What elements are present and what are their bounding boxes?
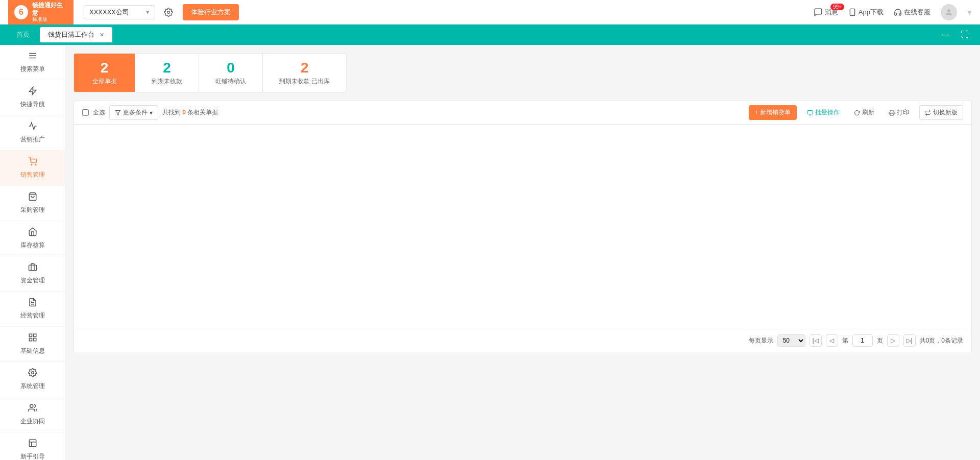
- table-empty: [74, 125, 971, 329]
- tab-home[interactable]: 首页: [8, 27, 38, 42]
- marketing-icon: [28, 122, 37, 133]
- basic-info-icon: [28, 333, 37, 345]
- filter-chevron-icon: ▾: [150, 109, 153, 116]
- app-download-btn[interactable]: App下载: [848, 8, 884, 17]
- sidebar-label-enterprise: 企业协同: [20, 417, 45, 426]
- nav-tabs-right: — ⛶: [939, 28, 972, 42]
- search-menu-icon: [28, 51, 37, 63]
- stats-tab-overdue-shipped[interactable]: 2 到期未收款 已出库: [263, 54, 346, 92]
- select-all-label: 全选: [93, 108, 105, 117]
- stats-label-overdue-shipped: 到期未收款 已出库: [279, 77, 330, 86]
- sidebar-label-quick-nav: 快捷导航: [20, 100, 45, 109]
- sidebar-label-purchase: 采购管理: [20, 206, 45, 214]
- tab-close-icon[interactable]: ✕: [100, 32, 104, 38]
- sidebar-item-enterprise[interactable]: 企业协同: [0, 397, 65, 432]
- svg-rect-14: [29, 334, 32, 336]
- svg-rect-20: [29, 440, 36, 447]
- operations-icon: [28, 298, 37, 309]
- toolbar-left: 全选 更多条件 ▾ 共找到 0 条相关单据: [82, 105, 745, 120]
- sidebar-item-marketing[interactable]: 营销推广: [0, 115, 65, 151]
- settings-button[interactable]: [160, 4, 177, 20]
- page-number-input[interactable]: [852, 334, 873, 347]
- sidebar-label-finance: 资金管理: [20, 276, 45, 285]
- finance-icon: [28, 262, 37, 274]
- svg-rect-26: [890, 113, 893, 115]
- sidebar-item-purchase[interactable]: 采购管理: [0, 186, 65, 221]
- sidebar-item-sales[interactable]: 销售管理: [0, 151, 65, 186]
- batch-op-btn[interactable]: 批量操作: [803, 106, 844, 119]
- table-area: [74, 125, 972, 329]
- sidebar-label-basic-info: 基础信息: [20, 347, 45, 355]
- sidebar-item-finance[interactable]: 资金管理: [0, 256, 65, 292]
- sidebar-label-search-menu: 搜索菜单: [20, 65, 45, 74]
- sidebar-item-system[interactable]: 系统管理: [0, 362, 65, 397]
- sidebar-item-quick-nav[interactable]: 快捷导航: [0, 80, 65, 115]
- content-area: 2 全部单据 2 到期未收款 0 旺铺待确认 2 到期未收款 已出库: [65, 45, 980, 460]
- company-selector[interactable]: XXXXXX公司 ▾: [84, 5, 155, 19]
- logo-area: 6 畅捷通好生意 标准版: [8, 0, 74, 25]
- svg-point-19: [30, 404, 33, 407]
- found-text: 共找到 0 条相关单据: [162, 108, 218, 117]
- pagination: 每页显示 50 100 200 |◁ ◁ 第 页 ▷ ▷| 共0页，0条记录: [74, 329, 972, 352]
- found-count: 0: [182, 109, 186, 116]
- sidebar-label-operations: 经营管理: [20, 311, 45, 320]
- messages-btn[interactable]: 消息 99+: [814, 8, 838, 17]
- sidebar-label-inventory: 库存核算: [20, 241, 45, 250]
- sidebar-item-search-menu[interactable]: 搜索菜单: [0, 45, 65, 80]
- switch-version-btn[interactable]: 切换新版: [919, 105, 963, 120]
- maximize-icon[interactable]: ⛶: [958, 28, 972, 42]
- nav-tabs-bar: 首页 钱货日清工作台 ✕ — ⛶: [0, 25, 980, 45]
- experience-btn[interactable]: 体验行业方案: [183, 4, 239, 20]
- select-all-checkbox[interactable]: [82, 109, 89, 116]
- per-page-label: 每页显示: [749, 336, 773, 345]
- stats-label-overdue: 到期未收款: [152, 77, 182, 86]
- toolbar-right: + 新增销货单 批量操作 刷新: [749, 105, 963, 120]
- more-filters-btn[interactable]: 更多条件 ▾: [109, 105, 158, 120]
- stats-count-pending: 0: [215, 60, 246, 76]
- chevron-down-icon: ▾: [146, 8, 150, 16]
- svg-point-0: [167, 11, 170, 13]
- minimize-icon[interactable]: —: [939, 28, 953, 42]
- stats-tab-all[interactable]: 2 全部单据: [74, 54, 135, 92]
- sidebar-label-sales: 销售管理: [20, 171, 45, 179]
- content-inner: 2 全部单据 2 到期未收款 0 旺铺待确认 2 到期未收款 已出库: [65, 45, 980, 460]
- stats-tabs: 2 全部单据 2 到期未收款 0 旺铺待确认 2 到期未收款 已出库: [74, 53, 347, 92]
- first-page-btn[interactable]: |◁: [810, 334, 822, 347]
- svg-point-8: [31, 164, 32, 165]
- stats-tab-pending[interactable]: 0 旺铺待确认: [199, 54, 263, 92]
- page-label: 第: [842, 336, 848, 345]
- sidebar-item-operations[interactable]: 经营管理: [0, 292, 65, 327]
- stats-tab-overdue[interactable]: 2 到期未收款: [135, 54, 199, 92]
- company-name: XXXXXX公司: [89, 8, 142, 17]
- new-sales-btn[interactable]: + 新增销货单: [749, 105, 797, 120]
- svg-rect-11: [29, 265, 36, 271]
- svg-rect-15: [33, 334, 36, 336]
- toolbar: 全选 更多条件 ▾ 共找到 0 条相关单据 + 新增销: [74, 101, 972, 125]
- top-right-area: 消息 99+ App下载 在线客服 ▾: [814, 4, 972, 20]
- sidebar-item-basic-info[interactable]: 基础信息: [0, 327, 65, 362]
- sidebar-item-inventory[interactable]: 库存核算: [0, 221, 65, 256]
- sales-icon: [28, 157, 37, 168]
- next-page-btn[interactable]: ▷: [887, 334, 899, 347]
- svg-point-3: [947, 9, 950, 12]
- online-service-btn[interactable]: 在线客服: [894, 8, 930, 17]
- guide-icon: [28, 439, 37, 450]
- prev-page-btn[interactable]: ◁: [826, 334, 838, 347]
- last-page-btn[interactable]: ▷|: [903, 334, 916, 347]
- sidebar-item-guide[interactable]: 新手引导: [0, 432, 65, 460]
- tab-workbench[interactable]: 钱货日清工作台 ✕: [40, 27, 112, 42]
- print-btn[interactable]: 打印: [885, 106, 913, 119]
- inventory-icon: [28, 227, 37, 239]
- sidebar-label-system: 系统管理: [20, 382, 45, 391]
- logo-text: 畅捷通好生意 标准版: [32, 2, 67, 22]
- svg-rect-23: [807, 110, 813, 114]
- avatar[interactable]: [941, 4, 957, 20]
- purchase-icon: [28, 192, 37, 204]
- logo-icon: 6: [14, 5, 28, 19]
- svg-marker-22: [115, 110, 120, 115]
- per-page-select[interactable]: 50 100 200: [777, 334, 805, 347]
- refresh-btn[interactable]: 刷新: [850, 106, 878, 119]
- enterprise-icon: [28, 403, 37, 415]
- stats-count-overdue-shipped: 2: [279, 60, 330, 76]
- username-area[interactable]: ▾: [967, 7, 972, 18]
